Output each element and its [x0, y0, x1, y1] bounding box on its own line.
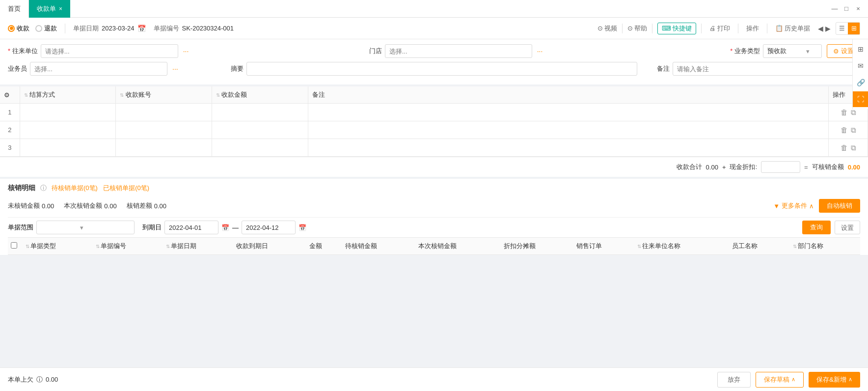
form-view-btn[interactable]: ⊞ — [848, 23, 860, 34]
side-link-icon[interactable]: 🔗 — [853, 75, 868, 90]
close-window-button[interactable]: × — [854, 5, 862, 13]
th-settings[interactable]: ⚙ — [0, 86, 20, 104]
bottom-info-label: 本单上欠 — [8, 375, 33, 384]
row2-delete-icon[interactable]: 🗑 — [841, 126, 848, 135]
row1-delete-icon[interactable]: 🗑 — [841, 108, 848, 117]
tab-home[interactable]: 首页 — [0, 0, 29, 18]
row3-account[interactable] — [116, 139, 212, 157]
row1-account[interactable] — [116, 104, 212, 121]
row3-note[interactable] — [308, 139, 829, 157]
col-bill-no: 单据编号 — [101, 242, 126, 251]
sort-icon2: ⇅ — [120, 92, 124, 98]
unchecked-label: 未核销金额 — [8, 201, 40, 210]
next-arrow[interactable]: ▶ — [825, 25, 831, 32]
discount-input[interactable] — [761, 161, 800, 173]
biz-type-select[interactable]: 预收款 — [763, 44, 822, 58]
row1-copy-icon[interactable]: ⧉ — [851, 108, 856, 117]
pending-tab[interactable]: 待核销单据(0笔) — [52, 184, 98, 193]
video-link[interactable]: ⊙ 视频 — [597, 24, 617, 33]
save-draft-button[interactable]: 保存草稿 ∧ — [756, 372, 804, 388]
divider3 — [652, 24, 652, 33]
bottom-info-icon[interactable]: ⓘ — [36, 375, 43, 384]
tab-current[interactable]: 收款单 × — [29, 0, 70, 18]
prev-arrow[interactable]: ◀ — [818, 25, 823, 32]
query-button[interactable]: 查询 — [802, 221, 831, 234]
row2-account[interactable] — [116, 121, 212, 139]
maximize-button[interactable]: □ — [842, 5, 850, 13]
row2-note[interactable] — [308, 121, 829, 139]
note-label: 备注 — [657, 64, 670, 73]
bill-no-value: SK-20230324-001 — [182, 25, 234, 32]
print-icon: 🖨 — [709, 25, 716, 32]
partner-more-icon[interactable]: ··· — [181, 47, 191, 55]
th-checkbox[interactable] — [8, 238, 23, 255]
row3-delete-icon[interactable]: 🗑 — [841, 143, 848, 152]
bottom-right: 放弃 保存草稿 ∧ 保存&新增 ∧ — [717, 372, 860, 388]
radio-refund-dot — [35, 25, 42, 32]
date-to-input[interactable] — [242, 221, 296, 234]
window-controls: — □ × — [831, 5, 868, 13]
staff-input[interactable] — [30, 62, 167, 76]
more-filter[interactable]: ▼ 更多条件 ∧ — [773, 201, 814, 210]
radio-refund[interactable]: 退款 — [35, 24, 57, 33]
row2-amount[interactable] — [212, 121, 308, 139]
side-mail-icon[interactable]: ✉ — [853, 58, 868, 74]
staff-more-icon[interactable]: ··· — [170, 65, 180, 73]
row3-method[interactable] — [20, 139, 116, 157]
table-settings-icon[interactable]: ⚙ — [4, 91, 10, 99]
radio-refund-label: 退款 — [44, 24, 57, 33]
th-method: ⇅ 结算方式 — [20, 86, 116, 104]
store-more-icon[interactable]: ··· — [535, 47, 545, 55]
tab-divider — [99, 184, 102, 193]
sort-bill-type: ⇅ — [26, 244, 29, 249]
radio-receipt[interactable]: 收款 — [8, 24, 29, 33]
select-all-checkbox[interactable] — [11, 242, 17, 249]
abandon-button[interactable]: 放弃 — [717, 372, 751, 388]
row1-method[interactable] — [20, 104, 116, 121]
toolbar-right: ⊙ 视频 ⊙ 帮助 ⌨ 快捷键 🖨 打印 操作 📋 历史单据 ◀ ▶ — [597, 22, 860, 35]
list-view-btn[interactable]: ☰ — [836, 23, 848, 34]
discount-label: 现金折扣: — [730, 163, 757, 171]
summary-input[interactable] — [246, 62, 637, 76]
row2-copy-icon[interactable]: ⧉ — [851, 126, 856, 135]
row1-amount[interactable] — [212, 104, 308, 121]
shortcut-button[interactable]: ⌨ 快捷键 — [657, 23, 696, 34]
store-input[interactable] — [385, 44, 532, 58]
filter-icon: ▼ — [773, 202, 780, 210]
row1-note[interactable] — [308, 104, 829, 121]
row2-method[interactable] — [20, 121, 116, 139]
side-screen-icon[interactable]: ⛶ — [853, 91, 868, 107]
save-new-button[interactable]: 保存&新增 ∧ — [809, 372, 860, 388]
partner-input[interactable] — [41, 44, 178, 58]
auto-btn[interactable]: 自动核销 — [819, 199, 860, 213]
help-link[interactable]: ⊙ 帮助 — [627, 24, 647, 33]
side-table-icon[interactable]: ⊞ — [853, 41, 868, 57]
row3-copy-icon[interactable]: ⧉ — [851, 143, 856, 152]
note-input[interactable] — [673, 62, 860, 76]
diff-label: 核销差额 — [127, 201, 152, 210]
range-select[interactable] — [36, 221, 135, 234]
range-chevron-icon — [80, 224, 83, 231]
th-note: 备注 — [308, 86, 829, 104]
date-label: 单据日期 — [73, 24, 99, 33]
row3-amount[interactable] — [212, 139, 308, 157]
partner-label: 往来单位 — [8, 47, 38, 56]
print-button[interactable]: 🖨 打印 — [706, 23, 733, 34]
info-icon[interactable]: ⓘ — [40, 184, 47, 193]
cal-to-icon[interactable]: 📅 — [298, 224, 306, 231]
history-icon: 📋 — [775, 25, 783, 32]
th-account: ⇅ 收款账号 — [116, 86, 212, 104]
cal-from-icon[interactable]: 📅 — [221, 224, 229, 231]
calendar-icon[interactable]: 📅 — [137, 25, 146, 32]
history-button[interactable]: 📋 历史单据 — [772, 23, 813, 34]
minimize-button[interactable]: — — [831, 5, 839, 13]
bill-no-field: 单据编号 SK-20230324-001 — [154, 24, 234, 33]
date-from-input[interactable] — [164, 221, 218, 234]
col-dept: 部门名称 — [798, 242, 823, 251]
row-num-1: 1 — [0, 104, 20, 121]
section2-settings-button[interactable]: 设置 — [835, 221, 860, 234]
th-sales-order: 销售订单 — [573, 238, 634, 255]
tab-close-icon[interactable]: × — [59, 5, 62, 12]
ops-button[interactable]: 操作 — [743, 23, 762, 34]
done-tab[interactable]: 已核销单据(0笔) — [103, 184, 149, 193]
